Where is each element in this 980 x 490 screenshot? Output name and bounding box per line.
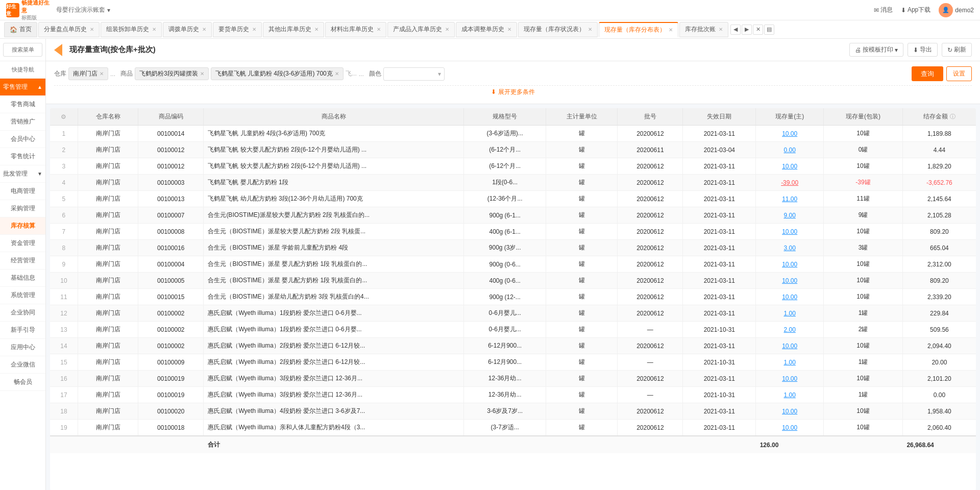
expand-sidebar-btn[interactable] xyxy=(54,44,62,56)
row-qty-main[interactable]: 10.00 xyxy=(756,289,824,305)
info-icon[interactable]: ⓘ xyxy=(950,113,955,119)
close-tab-3[interactable]: ✕ xyxy=(202,27,206,32)
tab-3[interactable]: 调拨单历史 ✕ xyxy=(163,22,212,37)
row-qty-pkg: 10罐 xyxy=(824,158,903,175)
row-qty-main[interactable]: 1.00 xyxy=(756,387,824,403)
row-amount: 2,105.28 xyxy=(902,207,976,224)
warehouse-close-icon[interactable]: ✕ xyxy=(100,71,104,77)
row-qty-main[interactable]: 10.00 xyxy=(756,224,824,240)
row-qty-main[interactable]: 10.00 xyxy=(756,273,824,289)
tab-10[interactable]: 现存量（库存分布表） ✕ xyxy=(599,22,678,37)
tab-1[interactable]: 分量盘点单历史 ✕ xyxy=(38,22,100,37)
row-qty-main[interactable]: 10.00 xyxy=(756,158,824,175)
row-qty-main[interactable]: 1.00 xyxy=(756,305,824,322)
settings-btn[interactable]: 设置 xyxy=(946,66,972,81)
sidebar-item-purchase[interactable]: 采购管理 xyxy=(0,200,45,217)
color-input[interactable]: ▾ xyxy=(383,67,445,81)
tab-9[interactable]: 现存量（库存状况表） ✕ xyxy=(518,22,598,37)
product-tag-1-close[interactable]: ✕ xyxy=(200,71,204,77)
quick-nav-btn[interactable]: 快捷导航 xyxy=(0,63,45,76)
expand-conditions-btn[interactable]: ⬇ 展开更多条件 xyxy=(491,88,534,96)
row-qty-main[interactable]: 10.00 xyxy=(756,420,824,436)
table-row: 18 南岸门店 00100020 惠氏启赋（Wyeth illuma）4段奶粉 … xyxy=(50,403,976,420)
row-qty-main[interactable]: 2.00 xyxy=(756,322,824,338)
row-qty-main[interactable]: 9.00 xyxy=(756,207,824,224)
row-name: 合生元（BIOSTIME）派星较大婴儿配方奶粉 2段 乳核蛋... xyxy=(204,224,464,240)
tab-11[interactable]: 库存批次账 ✕ xyxy=(679,22,728,37)
tab-2[interactable]: 组装拆卸单历史 ✕ xyxy=(101,22,162,37)
tab-menu-btn[interactable]: ▤ xyxy=(764,24,774,35)
warehouse-more-btn[interactable]: ... xyxy=(110,70,115,78)
app-download-btn[interactable]: ⬇ App下载 xyxy=(901,6,930,14)
sidebar-item-finance[interactable]: 资金管理 xyxy=(0,235,45,252)
print-btn[interactable]: 🖨 按模板打印 ▾ xyxy=(849,43,903,57)
tab-prev-btn[interactable]: ◀ xyxy=(730,24,741,35)
sidebar-item-enterprise[interactable]: 企业协同 xyxy=(0,304,45,322)
tab-4[interactable]: 要货单历史 ✕ xyxy=(213,22,262,37)
tab-6[interactable]: 材料出库单历史 ✕ xyxy=(325,22,386,37)
close-tab-6[interactable]: ✕ xyxy=(377,27,381,32)
sidebar-item-operations[interactable]: 经营管理 xyxy=(0,252,45,270)
sidebar-item-retail-mall[interactable]: 零售商城 xyxy=(0,96,45,113)
close-tab-1[interactable]: ✕ xyxy=(90,27,94,32)
message-btn[interactable]: ✉ 消息 xyxy=(874,6,893,14)
sidebar-item-wholesale[interactable]: 批发管理 ▼ xyxy=(0,165,45,183)
product-tag-1[interactable]: 飞鹤奶粉3段丙罐摆装 ✕ xyxy=(135,67,209,80)
refresh-btn[interactable]: ↻ 刷新 xyxy=(942,43,972,57)
export-btn[interactable]: ⬇ 导出 xyxy=(908,43,938,57)
sidebar-item-guide[interactable]: 新手引导 xyxy=(0,322,45,339)
warehouse-tag[interactable]: 南岸门店 ✕ xyxy=(68,67,108,80)
row-qty-main[interactable]: 10.00 xyxy=(756,338,824,354)
col-settings[interactable]: ⚙ xyxy=(50,108,78,126)
product-more-btn[interactable]: 飞... xyxy=(346,69,357,78)
sidebar-item-app-center[interactable]: 应用中心 xyxy=(0,339,45,356)
product-dots-btn[interactable]: ... xyxy=(359,70,364,78)
tab-8[interactable]: 成本调整单历史 ✕ xyxy=(456,22,517,37)
row-qty-main[interactable]: 1.00 xyxy=(756,354,824,371)
row-batch: 20200612 xyxy=(618,289,683,305)
account-dropdown[interactable]: 母婴行业演示账套 ▾ xyxy=(56,6,110,14)
user-avatar[interactable]: 👤 demo2 xyxy=(939,3,974,17)
row-qty-main[interactable]: 0.00 xyxy=(756,142,824,158)
sidebar-item-marketing[interactable]: 营销推广 xyxy=(0,113,45,131)
row-qty-main[interactable]: 10.00 xyxy=(756,126,824,142)
product-tag-2[interactable]: 飞鹤星飞帆 儿童奶粉 4段(3-6岁适用) 700克 ✕ xyxy=(211,67,344,80)
search-menu-btn[interactable]: 搜索菜单 xyxy=(3,43,42,57)
sidebar-item-wechat[interactable]: 企业微信 xyxy=(0,356,45,374)
close-tab-10[interactable]: ✕ xyxy=(669,27,673,33)
sidebar-item-system[interactable]: 系统管理 xyxy=(0,287,45,304)
tab-next-btn[interactable]: ▶ xyxy=(742,24,752,35)
row-amount: 2,312.00 xyxy=(902,256,976,273)
close-tab-5[interactable]: ✕ xyxy=(314,27,318,32)
row-qty-main[interactable]: 10.00 xyxy=(756,371,824,387)
close-tab-11[interactable]: ✕ xyxy=(719,27,723,32)
tab-close-btn[interactable]: ✕ xyxy=(753,24,763,35)
sidebar-item-ecommerce[interactable]: 电商管理 xyxy=(0,183,45,200)
tab-5[interactable]: 其他出库单历史 ✕ xyxy=(263,22,324,37)
row-qty-main[interactable]: 10.00 xyxy=(756,256,824,273)
close-tab-9[interactable]: ✕ xyxy=(588,27,592,32)
close-tab-4[interactable]: ✕ xyxy=(252,27,256,32)
close-tab-8[interactable]: ✕ xyxy=(507,27,511,32)
close-tab-7[interactable]: ✕ xyxy=(445,27,449,32)
row-qty-main[interactable]: 3.00 xyxy=(756,240,824,256)
tab-7[interactable]: 产成品入库单历史 ✕ xyxy=(387,22,455,37)
tab-home[interactable]: 🏠 首页 xyxy=(4,22,37,37)
warehouse-filter: 仓库 南岸门店 ✕ ... xyxy=(54,67,115,80)
row-qty-main[interactable]: 11.00 xyxy=(756,191,824,207)
product-tag-2-close[interactable]: ✕ xyxy=(335,71,339,77)
sidebar-item-member[interactable]: 畅会员 xyxy=(0,374,45,391)
close-tab-2[interactable]: ✕ xyxy=(152,27,156,32)
sidebar-item-retail-stats[interactable]: 零售统计 xyxy=(0,148,45,165)
row-qty-main[interactable]: -39.00 xyxy=(756,175,824,191)
sidebar-item-inventory[interactable]: 库存核算 xyxy=(0,217,45,235)
row-qty-main[interactable]: 10.00 xyxy=(756,403,824,420)
gear-icon[interactable]: ⚙ xyxy=(61,113,66,120)
query-btn[interactable]: 查询 xyxy=(912,66,943,81)
row-code: 00100012 xyxy=(138,158,204,175)
row-spec: 6-12月900... xyxy=(464,354,546,371)
sidebar-item-basic-info[interactable]: 基础信息 xyxy=(0,270,45,287)
sidebar-item-retail-mgmt[interactable]: 零售管理 ▲ xyxy=(0,79,45,96)
row-qty-pkg: 10罐 xyxy=(824,289,903,305)
sidebar-item-member-center[interactable]: 会员中心 xyxy=(0,131,45,148)
